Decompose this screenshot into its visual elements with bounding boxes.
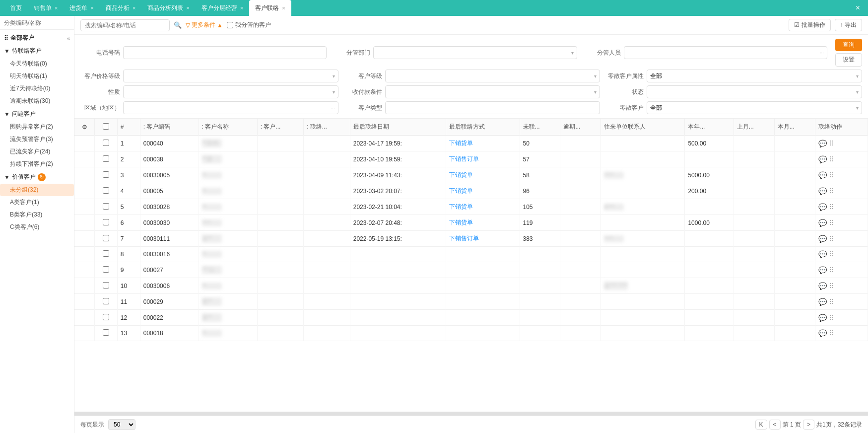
tab-product-analysis-list[interactable]: 商品分析列表 × — [141, 0, 195, 16]
col-settings[interactable]: ⚙ — [74, 119, 95, 136]
retail-customer-select[interactable]: 全部 ▾ — [647, 101, 862, 114]
row-checkbox[interactable] — [103, 235, 109, 241]
chat-icon[interactable]: 💬 — [818, 140, 827, 147]
sidebar-item-type-a[interactable]: A类客户(1) — [0, 196, 74, 209]
more-icon[interactable]: ⠿ — [829, 314, 834, 322]
export-btn[interactable]: ↑ 导出 — [835, 19, 862, 31]
chat-icon[interactable]: 💬 — [818, 250, 827, 258]
contact-method-link[interactable]: 下销货单 — [449, 140, 473, 146]
chat-icon[interactable]: 💬 — [818, 203, 827, 211]
payment-select[interactable]: ▾ — [385, 85, 601, 98]
manager-select[interactable]: ··· — [624, 46, 827, 59]
customer-level-select[interactable]: ▾ — [385, 70, 601, 82]
row-checkbox[interactable] — [103, 219, 109, 225]
tab-customer-segment[interactable]: 客户分层经营 × — [196, 0, 249, 16]
sidebar-section-problem[interactable]: ▼ 问题客户 — [0, 107, 74, 121]
row-checkbox[interactable] — [103, 266, 109, 273]
sidebar-item-ungroup[interactable]: 未分组(32) — [0, 184, 74, 196]
more-icon[interactable]: ⠿ — [829, 250, 834, 258]
tab-home[interactable]: 首页 — [4, 0, 28, 16]
row-checkbox[interactable] — [103, 329, 109, 336]
tab-sales[interactable]: 销售单 × — [28, 0, 64, 16]
query-btn[interactable]: 查询 — [835, 39, 862, 51]
filter-search-input[interactable] — [80, 19, 170, 31]
row-checkbox[interactable] — [103, 314, 109, 320]
customer-type-select[interactable] — [385, 101, 601, 114]
my-customers-checkbox[interactable] — [227, 22, 233, 28]
more-icon[interactable]: ⠿ — [829, 187, 834, 195]
sidebar-item-type-b[interactable]: B类客户(33) — [0, 209, 74, 221]
sidebar-item-tomorrow-pending[interactable]: 明天待联络(1) — [0, 70, 74, 82]
chat-icon[interactable]: 💬 — [818, 155, 827, 163]
select-all-checkbox[interactable] — [103, 123, 109, 130]
chat-icon[interactable]: 💬 — [818, 266, 827, 274]
tab-product-analysis[interactable]: 商品分析 × — [100, 0, 141, 16]
more-icon[interactable]: ⠿ — [829, 298, 834, 306]
tab-sales-close[interactable]: × — [55, 5, 58, 11]
close-all-btn[interactable]: × — [852, 3, 864, 12]
more-icon[interactable]: ⠿ — [829, 155, 834, 163]
tab-purchase-close[interactable]: × — [90, 5, 93, 11]
sidebar-item-abnormal[interactable]: 囤购异常客户(2) — [0, 121, 74, 133]
chat-icon[interactable]: 💬 — [818, 298, 827, 306]
tab-customer-contact[interactable]: 客户联络 × — [249, 0, 291, 16]
chat-icon[interactable]: 💬 — [818, 235, 827, 243]
chat-icon[interactable]: 💬 — [818, 329, 827, 337]
row-checkbox[interactable] — [103, 282, 109, 289]
contact-method-link[interactable]: 下销货单 — [449, 219, 473, 226]
dept-select[interactable]: ▾ — [373, 46, 577, 59]
sidebar-item-declining[interactable]: 持续下滑客户(2) — [0, 158, 74, 170]
status-select[interactable]: ▾ — [647, 85, 862, 98]
more-icon[interactable]: ⠿ — [829, 282, 834, 290]
sidebar-item-overdue-pending[interactable]: 逾期未联络(30) — [0, 95, 74, 107]
row-checkbox[interactable] — [103, 187, 109, 194]
filter-more-btn[interactable]: ▽ 更多条件 ▲ — [186, 21, 223, 29]
tab-product-analysis-close[interactable]: × — [133, 5, 135, 11]
next-page-btn[interactable]: > — [803, 420, 814, 430]
row-checkbox[interactable] — [103, 140, 109, 146]
tab-customer-contact-close[interactable]: × — [282, 5, 285, 11]
sidebar-all-customers[interactable]: ⠿ 全部客户 « — [0, 30, 74, 44]
sidebar-search-input[interactable] — [4, 19, 74, 26]
row-checkbox[interactable] — [103, 298, 109, 304]
reset-btn[interactable]: 设置 — [835, 53, 862, 67]
chat-icon[interactable]: 💬 — [818, 314, 827, 322]
more-icon[interactable]: ⠿ — [829, 171, 834, 179]
sidebar-item-type-c[interactable]: C类客户(6) — [0, 221, 74, 233]
row-checkbox[interactable] — [103, 203, 109, 210]
more-icon[interactable]: ⠿ — [829, 266, 834, 274]
row-checkbox[interactable] — [103, 171, 109, 178]
more-icon[interactable]: ⠿ — [829, 140, 834, 147]
sidebar-item-churn-warning[interactable]: 流失预警客户(3) — [0, 133, 74, 145]
contact-method-link[interactable]: 下销货单 — [449, 187, 473, 194]
more-icon[interactable]: ⠿ — [829, 329, 834, 337]
contact-method-link[interactable]: 下销售订单 — [449, 235, 479, 242]
sidebar-item-churned[interactable]: 已流失客户(24) — [0, 145, 74, 158]
more-icon[interactable]: ⠿ — [829, 203, 834, 211]
retail-attr-select[interactable]: 全部 ▾ — [647, 70, 862, 82]
phone-input[interactable] — [123, 46, 327, 59]
row-checkbox[interactable] — [103, 155, 109, 162]
chat-icon[interactable]: 💬 — [818, 187, 827, 195]
more-icon[interactable]: ⠿ — [829, 219, 834, 227]
sidebar-section-value[interactable]: ▼ 价值客户 ↻ — [0, 170, 74, 184]
per-page-select[interactable]: 50 20 100 — [108, 419, 135, 430]
filter-search-btn[interactable]: 🔍 — [174, 21, 182, 29]
chat-icon[interactable]: 💬 — [818, 282, 827, 290]
sidebar-item-today-pending[interactable]: 今天待联络(0) — [0, 58, 74, 70]
my-customers-checkbox-label[interactable]: 我分管的客户 — [227, 21, 271, 29]
chat-icon[interactable]: 💬 — [818, 171, 827, 179]
first-page-btn[interactable]: K — [755, 420, 767, 430]
contact-method-link[interactable]: 下销货单 — [449, 203, 473, 210]
tab-customer-segment-close[interactable]: × — [240, 5, 243, 11]
price-level-select[interactable]: ▾ — [123, 70, 338, 82]
prev-page-btn[interactable]: < — [769, 420, 781, 430]
tab-purchase[interactable]: 进货单 × — [64, 0, 99, 16]
chat-icon[interactable]: 💬 — [818, 219, 827, 227]
sidebar-item-7days-pending[interactable]: 近7天待联络(0) — [0, 82, 74, 95]
contact-method-link[interactable]: 下销货单 — [449, 171, 473, 178]
row-checkbox[interactable] — [103, 250, 109, 257]
contact-method-link[interactable]: 下销售订单 — [449, 155, 479, 162]
region-select[interactable]: ··· — [123, 101, 338, 114]
sidebar-section-pending[interactable]: ▼ 待联络客户 — [0, 44, 74, 58]
